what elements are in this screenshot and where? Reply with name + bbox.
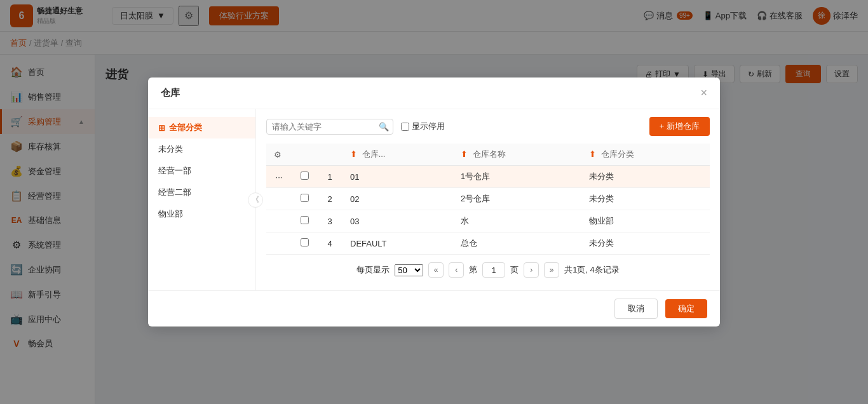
search-box: 🔍 — [266, 119, 393, 135]
modal-title: 仓库 — [161, 87, 180, 99]
th-category[interactable]: ⬆ 仓库分类 — [581, 144, 710, 166]
td-code-3: 03 — [342, 210, 453, 232]
prev-page-button[interactable]: ‹ — [449, 262, 464, 278]
search-input[interactable] — [272, 122, 379, 131]
modal-footer: 取消 确定 — [148, 290, 720, 327]
first-page-button[interactable]: « — [428, 262, 444, 278]
td-num-4: 4 — [317, 232, 342, 255]
row-checkbox-1[interactable] — [301, 172, 309, 180]
td-code-2: 02 — [342, 188, 453, 210]
table-panel: 🔍 显示停用 + 新增仓库 ⚙ — [256, 109, 720, 290]
td-check-3[interactable] — [292, 210, 317, 232]
category-item-property[interactable]: 物业部 — [148, 203, 255, 225]
modal-close-button[interactable]: × — [700, 86, 707, 100]
table-row[interactable]: 2 02 2号仓库 未分类 — [266, 188, 710, 210]
show-disabled-checkbox[interactable] — [401, 123, 409, 131]
td-code-1: 01 — [342, 166, 453, 188]
modal-header: 仓库 × — [148, 77, 720, 109]
modal-overlay: 仓库 × ⊞ 全部分类 未分类 经营一部 经营二部 物业部 《 — [0, 0, 868, 404]
show-disabled-toggle[interactable]: 显示停用 — [401, 121, 445, 132]
td-more-1[interactable]: ··· — [266, 166, 292, 188]
cancel-button[interactable]: 取消 — [614, 299, 658, 319]
search-icon[interactable]: 🔍 — [379, 122, 389, 131]
per-page-label: 每页显示 — [356, 264, 390, 276]
th-num — [317, 144, 342, 166]
td-code-4: DEFAULT — [342, 232, 453, 255]
td-num-2: 2 — [317, 188, 342, 210]
table-body: ··· 1 01 1号仓库 未分类 2 02 — [266, 166, 710, 255]
collapse-panel-button[interactable]: 《 — [248, 192, 263, 208]
th-code[interactable]: ⬆ 仓库... — [342, 144, 453, 166]
td-category-3: 物业部 — [581, 210, 710, 232]
page-label: 第 — [469, 264, 477, 276]
category-item-ops1[interactable]: 经营一部 — [148, 160, 255, 182]
td-name-2: 2号仓库 — [453, 188, 581, 210]
modal-body: ⊞ 全部分类 未分类 经营一部 经营二部 物业部 《 🔍 — [148, 109, 720, 290]
next-page-button[interactable]: › — [524, 262, 539, 278]
row-checkbox-2[interactable] — [301, 194, 309, 202]
sort-icon-category: ⬆ — [589, 149, 596, 159]
add-warehouse-button[interactable]: + 新增仓库 — [649, 117, 710, 136]
category-item-ops2[interactable]: 经营二部 — [148, 182, 255, 203]
td-name-4: 总仓 — [453, 232, 581, 255]
table-row[interactable]: 3 03 水 物业部 — [266, 210, 710, 232]
table-wrapper: ⚙ ⬆ 仓库... ⬆ 仓库名称 — [266, 144, 710, 255]
td-category-2: 未分类 — [581, 188, 710, 210]
row-checkbox-3[interactable] — [301, 216, 309, 224]
th-checkbox — [292, 144, 317, 166]
page-suffix: 页 — [510, 264, 519, 276]
td-more-4[interactable] — [266, 232, 292, 255]
warehouse-modal: 仓库 × ⊞ 全部分类 未分类 经营一部 经营二部 物业部 《 — [148, 77, 720, 327]
row-checkbox-4[interactable] — [301, 238, 309, 246]
sort-icon-name: ⬆ — [461, 149, 468, 159]
per-page-select[interactable]: 50 100 200 — [395, 264, 423, 276]
td-category-1: 未分类 — [581, 166, 710, 188]
td-name-1: 1号仓库 — [453, 166, 581, 188]
table-row[interactable]: 4 DEFAULT 总仓 未分类 — [266, 232, 710, 255]
warehouse-table: ⚙ ⬆ 仓库... ⬆ 仓库名称 — [266, 144, 710, 255]
td-category-4: 未分类 — [581, 232, 710, 255]
td-more-3[interactable] — [266, 210, 292, 232]
table-row[interactable]: ··· 1 01 1号仓库 未分类 — [266, 166, 710, 188]
grid-icon: ⊞ — [158, 123, 165, 133]
th-name[interactable]: ⬆ 仓库名称 — [453, 144, 581, 166]
sort-icon-code: ⬆ — [350, 149, 357, 159]
td-check-4[interactable] — [292, 232, 317, 255]
category-all[interactable]: ⊞ 全部分类 — [148, 117, 255, 138]
table-header: ⚙ ⬆ 仓库... ⬆ 仓库名称 — [266, 144, 710, 166]
td-more-2[interactable] — [266, 188, 292, 210]
td-name-3: 水 — [453, 210, 581, 232]
td-num-3: 3 — [317, 210, 342, 232]
pagination-bar: 每页显示 50 100 200 « ‹ 第 页 › » 共1页, 4条记录 — [266, 255, 710, 283]
category-panel: ⊞ 全部分类 未分类 经营一部 经营二部 物业部 《 — [148, 109, 256, 290]
td-check-1[interactable] — [292, 166, 317, 188]
last-page-button[interactable]: » — [544, 262, 559, 278]
confirm-button[interactable]: 确定 — [665, 299, 707, 318]
category-item-unclassified[interactable]: 未分类 — [148, 138, 255, 160]
total-info: 共1页, 4条记录 — [564, 264, 620, 276]
td-check-2[interactable] — [292, 188, 317, 210]
td-num-1: 1 — [317, 166, 342, 188]
page-input[interactable] — [482, 262, 505, 278]
table-toolbar: 🔍 显示停用 + 新增仓库 — [266, 117, 710, 136]
th-settings: ⚙ — [266, 144, 292, 166]
